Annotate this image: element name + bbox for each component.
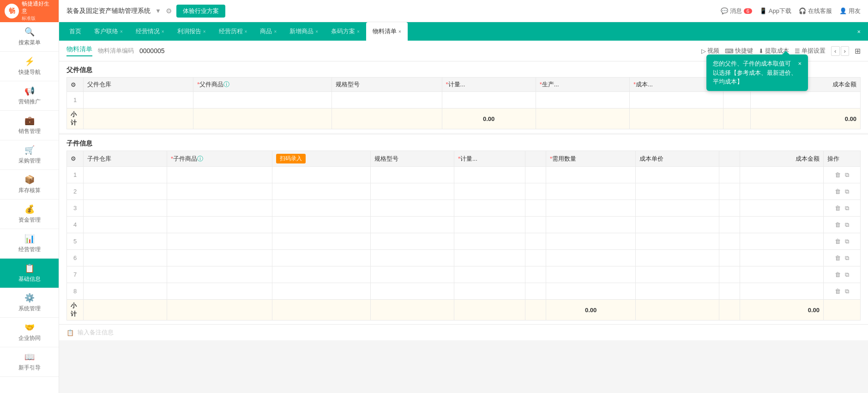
copy-icon-5[interactable]: ⧉	[845, 238, 849, 245]
tab-new-goods[interactable]: 新增商品 ×	[283, 22, 325, 41]
shortcut-btn[interactable]: ⌨ 快捷键	[725, 47, 753, 55]
delete-icon-3[interactable]: 🗑	[835, 205, 841, 212]
child-row-6-qty[interactable]	[546, 250, 636, 266]
sidebar-item-cooperation[interactable]: 🤝 企业协同	[0, 318, 59, 347]
child-row-7-qty[interactable]	[546, 266, 636, 283]
settings-gear-icon[interactable]: ⚙	[166, 7, 172, 15]
child-row-3-spec[interactable]	[370, 200, 454, 217]
child-row-5-goods[interactable]	[167, 233, 272, 250]
sidebar-item-operations[interactable]: 📊 经营管理	[0, 229, 59, 259]
child-row-1-warehouse[interactable]	[84, 167, 167, 183]
tab-operations-close-icon[interactable]: ×	[162, 29, 164, 34]
copy-icon-6[interactable]: ⧉	[845, 254, 849, 261]
sidebar-item-guide[interactable]: 📖 新手引导	[0, 347, 59, 377]
child-row-4-unit-cost[interactable]	[636, 217, 719, 233]
copy-icon-7[interactable]: ⧉	[845, 271, 849, 278]
child-row-5-warehouse[interactable]	[84, 233, 167, 250]
trial-btn[interactable]: 体验行业方案	[176, 5, 225, 18]
sidebar-item-system[interactable]: ⚙️ 系统管理	[0, 288, 59, 318]
delete-icon-1[interactable]: 🗑	[835, 171, 841, 178]
delete-icon-4[interactable]: 🗑	[835, 221, 841, 228]
parent-row-1-prod[interactable]	[536, 92, 629, 109]
close-all-btn[interactable]: ×	[853, 28, 864, 35]
child-gear-icon[interactable]: ⚙	[71, 155, 76, 162]
child-row-2-unit-cost[interactable]	[636, 183, 719, 200]
gear-icon[interactable]: ⚙	[71, 81, 76, 88]
copy-icon-1[interactable]: ⧉	[845, 171, 849, 178]
sidebar-item-quicknav[interactable]: ⚡ 快捷导航	[0, 52, 59, 81]
tab-barcode-close-icon[interactable]: ×	[357, 29, 360, 34]
child-row-6-warehouse[interactable]	[84, 250, 167, 266]
sidebar-item-sales[interactable]: 💼 销售管理	[0, 111, 59, 140]
child-row-8-goods[interactable]	[167, 283, 272, 300]
next-btn[interactable]: ›	[841, 46, 849, 56]
sidebar-item-search[interactable]: 🔍 搜索菜单	[0, 22, 59, 52]
delete-icon-6[interactable]: 🗑	[835, 254, 841, 261]
sub-tab-bom[interactable]: 物料清单	[66, 45, 92, 56]
child-row-8-qty[interactable]	[546, 283, 636, 300]
user-btn[interactable]: 👤 用友	[839, 7, 861, 15]
parent-row-1-goods[interactable]	[193, 92, 332, 109]
online-service-btn[interactable]: 🎧 在线客服	[799, 7, 832, 15]
child-row-7-warehouse[interactable]	[84, 266, 167, 283]
grid-layout-icon[interactable]: ⊞	[855, 47, 861, 55]
delete-icon-7[interactable]: 🗑	[835, 271, 841, 278]
tab-history-close-icon[interactable]: ×	[245, 29, 247, 34]
child-row-4-spec[interactable]	[370, 217, 454, 233]
single-setting-btn[interactable]: ☰ 单据设置	[795, 47, 826, 55]
child-row-6-unit[interactable]	[454, 250, 525, 266]
tab-bom-close-icon[interactable]: ×	[398, 29, 401, 34]
child-row-7-unit-cost[interactable]	[636, 266, 719, 283]
tab-bom[interactable]: 物料清单 ×	[366, 22, 408, 41]
tab-profit[interactable]: 利润报告 ×	[171, 22, 212, 41]
sidebar-item-basics[interactable]: 📋 基础信息	[0, 259, 59, 288]
tab-barcode[interactable]: 条码方案 ×	[325, 22, 366, 41]
app-download-btn[interactable]: 📱 App下载	[760, 7, 791, 15]
view-btn[interactable]: ▷ 视频	[701, 47, 719, 55]
child-row-3-unit[interactable]	[454, 200, 525, 217]
child-row-6-spec[interactable]	[370, 250, 454, 266]
tooltip-close-btn[interactable]: ×	[798, 59, 802, 68]
delete-icon-8[interactable]: 🗑	[835, 288, 841, 295]
copy-icon-3[interactable]: ⧉	[845, 205, 849, 212]
scan-input-btn[interactable]: 扫码录入	[276, 154, 306, 163]
child-row-5-qty[interactable]	[546, 233, 636, 250]
child-row-1-unit-cost[interactable]	[636, 167, 719, 183]
child-row-1-spec[interactable]	[370, 167, 454, 183]
sidebar-item-marketing[interactable]: 📢 营销推广	[0, 81, 59, 111]
child-row-7-unit[interactable]	[454, 266, 525, 283]
child-row-8-spec[interactable]	[370, 283, 454, 300]
child-row-6-unit-cost[interactable]	[636, 250, 719, 266]
child-row-2-warehouse[interactable]	[84, 183, 167, 200]
child-row-4-warehouse[interactable]	[84, 217, 167, 233]
child-row-3-warehouse[interactable]	[84, 200, 167, 217]
child-row-5-unit-cost[interactable]	[636, 233, 719, 250]
sidebar-item-finance[interactable]: 💰 资金管理	[0, 200, 59, 229]
child-row-1-qty[interactable]	[546, 167, 636, 183]
child-row-3-goods[interactable]	[167, 200, 272, 217]
tab-history[interactable]: 经营历程 ×	[212, 22, 254, 41]
sidebar-item-inventory[interactable]: 📦 库存核算	[0, 170, 59, 200]
parent-row-1-warehouse[interactable]	[84, 92, 193, 109]
child-row-7-spec[interactable]	[370, 266, 454, 283]
parent-row-1-unit[interactable]	[442, 92, 536, 109]
child-row-1-goods[interactable]	[167, 167, 272, 183]
note-placeholder[interactable]: 输入备注信息	[78, 328, 114, 337]
child-row-2-spec[interactable]	[370, 183, 454, 200]
child-row-8-unit-cost[interactable]	[636, 283, 719, 300]
child-row-3-qty[interactable]	[546, 200, 636, 217]
child-row-1-unit[interactable]	[454, 167, 525, 183]
child-row-2-qty[interactable]	[546, 183, 636, 200]
dropdown-arrow-icon[interactable]: ▼	[155, 7, 161, 14]
parent-row-1-spec[interactable]	[332, 92, 442, 109]
child-row-4-goods[interactable]	[167, 217, 272, 233]
child-row-6-goods[interactable]	[167, 250, 272, 266]
copy-icon-2[interactable]: ⧉	[845, 188, 849, 195]
tab-new-goods-close-icon[interactable]: ×	[315, 29, 318, 34]
child-row-2-goods[interactable]	[167, 183, 272, 200]
delete-icon-2[interactable]: 🗑	[835, 188, 841, 195]
tab-operations[interactable]: 经营情况 ×	[129, 22, 171, 41]
child-row-5-unit[interactable]	[454, 233, 525, 250]
tab-customer-close-icon[interactable]: ×	[120, 29, 123, 34]
child-row-4-unit[interactable]	[454, 217, 525, 233]
